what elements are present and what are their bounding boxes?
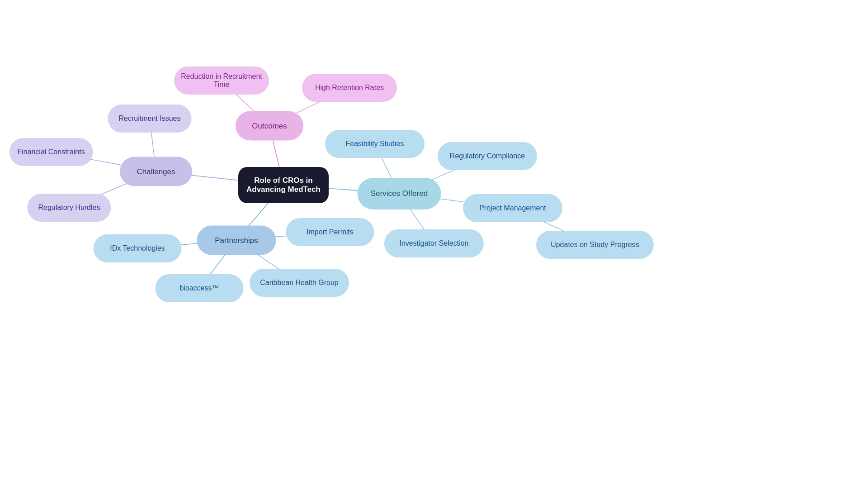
high-retention-node[interactable]: High Retention Rates	[302, 74, 397, 102]
bioaccess-node[interactable]: bioaccess™	[156, 274, 244, 302]
feasibility-studies-node[interactable]: Feasibility Studies	[325, 130, 425, 158]
regulatory-hurdles-node[interactable]: Regulatory Hurdles	[28, 194, 111, 222]
investigator-selection-node[interactable]: Investigator Selection	[384, 229, 484, 257]
services-node[interactable]: Services Offered	[358, 178, 441, 209]
idx-technologies-node[interactable]: IDx Technologies	[94, 234, 182, 262]
regulatory-compliance-node[interactable]: Regulatory Compliance	[438, 142, 537, 170]
project-management-node[interactable]: Project Management	[463, 194, 562, 222]
caribbean-health-node[interactable]: Caribbean Health Group	[250, 269, 349, 297]
updates-study-node[interactable]: Updates on Study Progress	[536, 231, 654, 259]
reduction-recruitment-node[interactable]: Reduction in Recruitment Time	[174, 67, 269, 95]
partnerships-node[interactable]: Partnerships	[197, 226, 276, 255]
recruitment-issues-node[interactable]: Recruitment Issues	[108, 105, 192, 133]
challenges-node[interactable]: Challenges	[120, 157, 192, 186]
outcomes-node[interactable]: Outcomes	[236, 111, 303, 141]
financial-constraints-node[interactable]: Financial Constraints	[9, 138, 93, 166]
import-permits-node[interactable]: Import Permits	[286, 218, 374, 246]
mind-map: Role of CROs in Advancing MedTech Challe…	[0, 0, 868, 490]
center-node[interactable]: Role of CROs in Advancing MedTech	[238, 167, 329, 203]
